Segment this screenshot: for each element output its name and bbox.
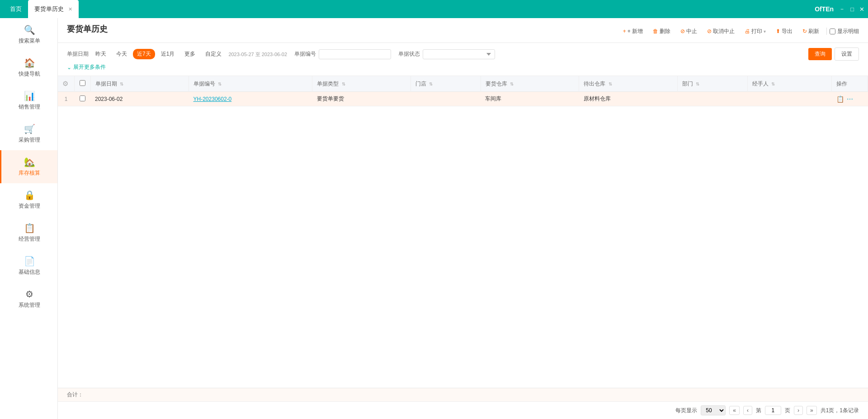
- th-store: 门店 ⇅: [410, 76, 481, 92]
- row-date: 2023-06-02: [90, 92, 189, 106]
- pagination-bar: 每页显示 50 20 100 200 « ‹ 第 页 › » 共1页，1条记录: [58, 401, 868, 419]
- doc-number-filter-group: 单据编号: [294, 49, 391, 59]
- expand-more-btn[interactable]: ⌄ 展开更多条件: [67, 63, 859, 71]
- delete-button[interactable]: 🗑 删除: [648, 26, 675, 37]
- row-store: [410, 92, 481, 106]
- sidebar-item-sales[interactable]: 📊 销售管理: [0, 84, 57, 117]
- show-detail-checkbox[interactable]: [830, 29, 835, 34]
- sort-doctype-icon[interactable]: ⇅: [342, 81, 345, 86]
- system-icon: ⚙: [25, 289, 33, 300]
- th-doc-no: 单据编号 ⇅: [189, 76, 312, 92]
- settings-button[interactable]: 设置: [835, 48, 859, 61]
- date-tag-7days[interactable]: 近7天: [133, 49, 155, 59]
- page-number-input[interactable]: [765, 406, 781, 415]
- row-edit-icon[interactable]: 📋: [836, 95, 844, 103]
- sidebar-item-label: 基础信息: [19, 268, 40, 276]
- last-page-btn[interactable]: »: [807, 406, 817, 415]
- tab-home[interactable]: 首页: [4, 0, 28, 18]
- export-icon: ⬆: [776, 28, 780, 34]
- date-tag-1month[interactable]: 近1月: [157, 49, 179, 59]
- window-maximize-btn[interactable]: □: [850, 6, 854, 13]
- sort-date-icon[interactable]: ⇅: [120, 81, 123, 86]
- table-container: ⚙ 单据日期 ⇅ 单据编号 ⇅: [58, 76, 868, 388]
- print-button[interactable]: 🖨 打印 ▾: [740, 26, 770, 37]
- doc-no-link[interactable]: YH-20230602-0: [193, 96, 232, 102]
- doc-number-input[interactable]: [319, 49, 391, 59]
- sidebar-item-inventory[interactable]: 🏡 库存核算: [0, 150, 57, 183]
- page-header: 要货单历史 + + 新增 🗑 删除 ⊘ 中止 ⊘: [58, 18, 868, 43]
- date-filter-tags: 昨天 今天 近7天 近1月 更多 自定义: [91, 49, 226, 59]
- sidebar-item-label: 采购管理: [19, 136, 40, 144]
- th-department: 部门 ⇅: [677, 76, 747, 92]
- per-page-select[interactable]: 50 20 100 200: [701, 405, 726, 415]
- refresh-icon: ↻: [802, 28, 807, 34]
- cancel-stop-button[interactable]: ⊘ 取消中止: [703, 26, 739, 37]
- sort-req-warehouse-icon[interactable]: ⇅: [510, 81, 514, 86]
- th-pending-warehouse: 待出仓库 ⇅: [579, 76, 678, 92]
- date-filter-group: 单据日期 昨天 今天 近7天 近1月 更多 自定义 2023-05-27 至 2…: [67, 49, 287, 59]
- window-close-btn[interactable]: ✕: [859, 6, 864, 13]
- sidebar-item-system[interactable]: ⚙ 系统管理: [0, 282, 57, 315]
- print-chevron-icon: ▾: [764, 29, 766, 34]
- operation-icon: 📋: [24, 223, 35, 233]
- date-range-display: 2023-05-27 至 2023-06-02: [228, 51, 287, 58]
- date-tag-yesterday[interactable]: 昨天: [91, 49, 110, 59]
- print-icon: 🖨: [745, 28, 750, 34]
- sidebar-item-purchase[interactable]: 🛒 采购管理: [0, 117, 57, 150]
- select-all-checkbox[interactable]: [80, 80, 85, 86]
- next-page-btn[interactable]: ›: [794, 406, 803, 415]
- sidebar-item-finance[interactable]: 🔒 资金管理: [0, 183, 57, 216]
- window-minimize-btn[interactable]: －: [839, 5, 845, 13]
- purchase-icon: 🛒: [24, 124, 35, 134]
- sidebar-item-label: 资金管理: [19, 202, 40, 210]
- date-tag-today[interactable]: 今天: [112, 49, 131, 59]
- show-detail-label: 显示明细: [830, 28, 859, 35]
- table-header-row: ⚙ 单据日期 ⇅ 单据编号 ⇅: [58, 76, 868, 92]
- query-button[interactable]: 查询: [808, 48, 832, 60]
- filter-buttons: 查询 设置: [807, 48, 859, 61]
- prev-page-btn[interactable]: ‹: [743, 406, 752, 415]
- tab-order-history[interactable]: 要货单历史 ✕: [28, 0, 79, 18]
- sidebar-item-label: 快捷导航: [19, 70, 40, 78]
- sort-store-icon[interactable]: ⇅: [429, 81, 433, 86]
- row-more-icon[interactable]: ⋯: [847, 95, 853, 103]
- row-num-cell: 1: [58, 92, 74, 106]
- sidebar-item-basic-info[interactable]: 📄 基础信息: [0, 249, 57, 282]
- brand-label: OfTEn: [815, 5, 834, 13]
- sort-handler-icon[interactable]: ⇅: [771, 81, 775, 86]
- date-filter-label: 单据日期: [67, 50, 89, 58]
- status-filter-group: 单据状态: [398, 49, 495, 59]
- table-row: 1 2023-06-02 YH-20230602-0 要货单要货 车间库 原材料…: [58, 92, 868, 106]
- sort-pending-warehouse-icon[interactable]: ⇅: [609, 81, 612, 86]
- sidebar-item-quick-nav[interactable]: 🏠 快捷导航: [0, 51, 57, 84]
- filter-row: 单据日期 昨天 今天 近7天 近1月 更多 自定义 2023-05-27 至 2…: [67, 48, 859, 61]
- sidebar-item-operation[interactable]: 📋 经营管理: [0, 216, 57, 249]
- sidebar-item-label: 销售管理: [19, 103, 40, 111]
- date-tag-more[interactable]: 更多: [180, 49, 199, 59]
- date-tag-custom[interactable]: 自定义: [201, 49, 226, 59]
- basic-info-icon: 📄: [24, 256, 35, 267]
- sort-docno-icon[interactable]: ⇅: [218, 81, 222, 86]
- row-handler: [747, 92, 831, 106]
- first-page-btn[interactable]: «: [729, 406, 740, 415]
- th-doc-type: 单据类型 ⇅: [312, 76, 411, 92]
- row-checkbox[interactable]: [80, 95, 85, 101]
- toolbar-separator: [826, 28, 827, 35]
- refresh-button[interactable]: ↻ 刷新: [798, 26, 824, 37]
- quick-nav-icon: 🏠: [24, 57, 35, 68]
- stop-button[interactable]: ⊘ 中止: [676, 26, 702, 37]
- sort-dept-icon[interactable]: ⇅: [696, 81, 699, 86]
- inventory-icon: 🏡: [24, 157, 35, 167]
- chevron-down-icon: ⌄: [67, 64, 71, 71]
- sales-icon: 📊: [24, 90, 35, 101]
- page-label: 第: [756, 407, 761, 414]
- row-department: [677, 92, 747, 106]
- tab-close-icon[interactable]: ✕: [68, 6, 72, 12]
- table-settings-icon[interactable]: ⚙: [62, 80, 68, 87]
- table-body: 1 2023-06-02 YH-20230602-0 要货单要货 车间库 原材料…: [58, 92, 868, 106]
- sidebar-item-search-menu[interactable]: 🔍 搜索菜单: [0, 18, 57, 51]
- export-button[interactable]: ⬆ 导出: [771, 26, 797, 37]
- status-select[interactable]: [423, 49, 495, 59]
- sidebar-item-label: 搜索菜单: [19, 37, 40, 45]
- new-button[interactable]: + + 新增: [618, 26, 647, 37]
